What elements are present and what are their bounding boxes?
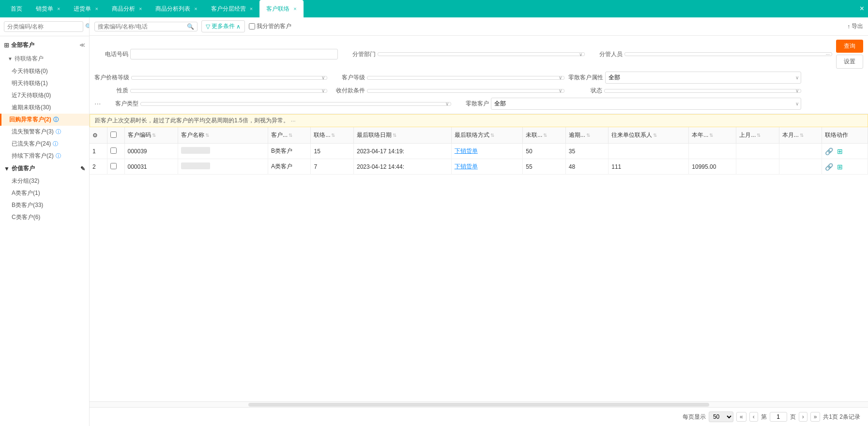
sort-icon-overdue[interactable]: ⇅	[586, 132, 590, 138]
row1-grid-icon[interactable]: ⊞	[837, 147, 843, 155]
sort-icon-last-month[interactable]: ⇅	[757, 132, 761, 138]
export-button[interactable]: ↑ 导出	[847, 22, 863, 30]
next-page-button[interactable]: ›	[799, 412, 807, 422]
retail-attr-label: 零散客户属性	[568, 73, 603, 82]
row2-checkbox[interactable]	[110, 163, 117, 169]
sidebar-item-a-class[interactable]: A类客户(1)	[0, 187, 89, 199]
sort-icon-date[interactable]: ⇅	[393, 132, 396, 138]
first-page-button[interactable]: «	[736, 412, 746, 422]
sort-icon-contacts[interactable]: ⇅	[331, 132, 335, 138]
sidebar-search-icon[interactable]: 🔍	[85, 23, 90, 30]
horizontal-scrollbar[interactable]	[248, 403, 710, 407]
nav-customer-contact-close[interactable]: ×	[293, 0, 296, 17]
sidebar-all-customers[interactable]: ⊞ 全部客户 ≪	[0, 38, 89, 52]
sidebar-group-value[interactable]: ▼ 价值客户 ✎	[0, 162, 89, 175]
nav-sales-order-close[interactable]: ×	[57, 0, 60, 17]
phone-input[interactable]	[130, 49, 338, 59]
sidebar-item-today[interactable]: 今天待联络(0)	[0, 65, 89, 77]
sidebar-item-7days[interactable]: 近7天待联络(0)	[0, 89, 89, 102]
sidebar-item-churned[interactable]: 已流失客户(24) ⓘ	[0, 138, 89, 150]
nav-sales-order[interactable]: 销货单 ×	[29, 0, 67, 17]
per-page-select[interactable]: 50 100 200	[709, 411, 733, 422]
sort-icon-cust-type[interactable]: ⇅	[289, 132, 292, 138]
settings-icon[interactable]: ⚙	[92, 132, 98, 139]
row1-last-type[interactable]: 下销货单	[451, 144, 522, 159]
nav-product-analysis-list-close[interactable]: ×	[194, 0, 197, 17]
row1-link-icon[interactable]: 🔗	[825, 147, 833, 155]
row1-last-date: 2023-04-17 14:19:	[353, 144, 451, 159]
sort-icon-this-year[interactable]: ⇅	[709, 132, 713, 138]
sidebar-item-overdue[interactable]: 逾期未联络(30)	[0, 102, 89, 114]
nav-purchase-order-close[interactable]: ×	[95, 0, 98, 17]
sort-icon-uncontacted[interactable]: ⇅	[543, 132, 547, 138]
row1-checkbox[interactable]	[110, 147, 117, 154]
price-grade-select[interactable]: ∨	[131, 76, 327, 80]
col-this-month: 本月... ⇅	[779, 127, 822, 144]
nav-customer-mgmt[interactable]: 客户分层经营 ×	[204, 0, 259, 17]
nav-purchase-order[interactable]: 进货单 ×	[67, 0, 105, 17]
collapse-icon[interactable]: ≪	[79, 42, 85, 48]
col-settings[interactable]: ⚙	[90, 127, 107, 144]
page-word: 第	[761, 413, 767, 421]
gender-select[interactable]: ∨	[130, 89, 327, 93]
my-customers-checkbox-wrap[interactable]: 我分管的客户	[249, 22, 291, 30]
sidebar-search-input[interactable]	[4, 21, 83, 32]
edit-icon-value[interactable]: ✎	[80, 165, 85, 172]
sidebar-item-b-class[interactable]: B类客户(33)	[0, 199, 89, 211]
row1-checkbox-cell[interactable]	[107, 144, 124, 159]
sidebar-item-ungroup[interactable]: 未分组(32)	[0, 175, 89, 187]
sort-icon-code[interactable]: ⇅	[152, 132, 156, 138]
sort-icon-unit[interactable]: ⇅	[653, 132, 657, 138]
sidebar-group-pending[interactable]: ▼ 待联络客户	[0, 52, 89, 65]
select-all-checkbox[interactable]	[110, 132, 117, 138]
row1-name	[178, 144, 268, 159]
nav-customer-contact[interactable]: 客户联络 ×	[259, 0, 303, 17]
row2-contacts: 7	[311, 159, 354, 175]
query-button[interactable]: 查询	[836, 40, 863, 53]
sidebar-item-churn-warning[interactable]: 流失预警客户(3) ⓘ	[0, 126, 89, 138]
nav-customer-mgmt-close[interactable]: ×	[250, 0, 253, 17]
info-icon-churn: ⓘ	[56, 128, 61, 135]
cust-type-select[interactable]: ∨	[140, 102, 451, 106]
row1-this-month	[779, 144, 822, 159]
tooltip-dots[interactable]: ···	[291, 118, 296, 124]
row2-cust-type: A类客户	[268, 159, 311, 175]
filter-search-icon[interactable]: 🔍	[187, 23, 194, 30]
row2-last-month	[736, 159, 779, 175]
nav-product-analysis[interactable]: 商品分析 ×	[105, 0, 149, 17]
dept-select[interactable]: ∨	[378, 52, 585, 56]
more-conditions-button[interactable]: ▽ 更多条件 ∧	[201, 20, 245, 32]
status-select[interactable]: ∨	[604, 89, 801, 93]
retail-attr-select[interactable]: 全部 ∨	[605, 72, 801, 84]
setting-button[interactable]: 设置	[836, 55, 863, 69]
window-close-button[interactable]: ×	[860, 4, 864, 13]
col-checkbox[interactable]	[107, 127, 124, 144]
row2-checkbox-cell[interactable]	[107, 159, 124, 175]
prev-page-button[interactable]: ‹	[749, 412, 758, 422]
sidebar-item-repurchase[interactable]: 回购异常客户(2) ⓘ	[0, 114, 89, 126]
sidebar-item-declining[interactable]: 持续下滑客户(2) ⓘ	[0, 150, 89, 162]
nav-product-analysis-list[interactable]: 商品分析列表 ×	[149, 0, 204, 17]
sidebar-item-tomorrow[interactable]: 明天待联络(1)	[0, 77, 89, 89]
nav-product-analysis-close[interactable]: ×	[139, 0, 142, 17]
content-area: 🔍 ▽ 更多条件 ∧ 我分管的客户 ↑ 导出 电话号码	[90, 17, 868, 426]
pay-term-select[interactable]: ∨	[367, 89, 564, 93]
sort-icon-name[interactable]: ⇅	[205, 132, 209, 138]
cust-grade-label: 客户等级	[331, 73, 365, 82]
nav-home[interactable]: 首页	[4, 0, 29, 17]
sort-icon-this-month[interactable]: ⇅	[800, 132, 804, 138]
row2-grid-icon[interactable]: ⊞	[837, 163, 843, 171]
price-grade-label: 客户价格等级	[94, 73, 129, 82]
retail-cust-select[interactable]: 全部 ∨	[491, 98, 801, 110]
sort-icon-type[interactable]: ⇅	[490, 132, 494, 138]
filter-search-input[interactable]	[98, 23, 185, 30]
page-number-input[interactable]	[770, 412, 787, 422]
person-select[interactable]: ···	[624, 52, 832, 56]
row2-last-type[interactable]: 下销货单	[451, 159, 522, 175]
cust-grade-select[interactable]: ∨	[367, 76, 564, 80]
more-dots[interactable]: ···	[94, 100, 101, 108]
my-customers-checkbox[interactable]	[249, 23, 255, 29]
row2-link-icon[interactable]: 🔗	[825, 163, 833, 171]
sidebar-item-c-class[interactable]: C类客户(6)	[0, 211, 89, 223]
last-page-button[interactable]: »	[810, 412, 821, 422]
